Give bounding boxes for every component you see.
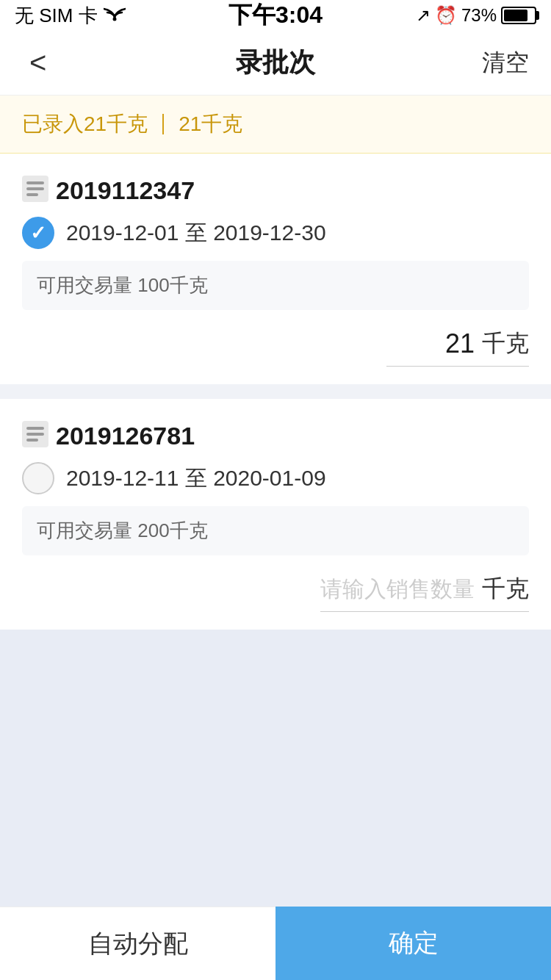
svg-rect-4 [26,193,38,196]
quantity-underline-1: 千克 [386,328,529,367]
quantity-row-2: 请输入销售数量 千克 [22,555,529,612]
status-left: 无 SIM 卡 [15,3,126,29]
batch-card-1: 2019112347 2019-12-01 至 2019-12-30 可用交易量… [0,154,551,384]
section-separator-1 [0,384,551,399]
date-row-1[interactable]: 2019-12-01 至 2019-12-30 [22,217,529,249]
auto-button[interactable]: 自动分配 [0,907,276,980]
qty-placeholder-2: 请输入销售数量 [320,574,475,605]
batch-id-1: 2019112347 [56,176,195,205]
radio-2[interactable] [22,462,54,494]
available-row-2: 可用交易量 200千克 [22,506,529,555]
batch-header-2: 2019126781 [22,421,529,450]
summary-divider [162,114,164,134]
quantity-row-1: 千克 [22,310,529,367]
svg-rect-8 [26,439,38,442]
batch-header-1: 2019112347 [22,176,529,205]
unit-2: 千克 [482,573,529,605]
total-label: 21千克 [179,110,242,138]
quantity-input-1[interactable] [386,328,475,359]
nav-bar: < 录批次 清空 [0,31,551,96]
batch-icon-1 [22,176,48,205]
status-right: ↗ ⏰ 73% [416,5,536,26]
quantity-underline-2: 请输入销售数量 千克 [320,573,529,612]
available-text-1: 可用交易量 100千克 [37,274,208,296]
svg-rect-7 [26,433,44,436]
back-button[interactable]: < [22,39,54,87]
available-text-2: 可用交易量 200千克 [37,519,208,541]
batch-icon-2 [22,421,48,450]
battery-text: 73% [461,5,497,26]
svg-rect-2 [26,181,44,184]
wifi-icon [104,4,126,27]
page: 无 SIM 卡 下午3:04 ↗ ⏰ 73% < 录批次 清空 [0,0,551,980]
bottom-bar: 自动分配 确定 [0,907,551,980]
card-bottom-space-2 [22,612,529,630]
alarm-icon: ⏰ [435,5,457,26]
location-icon: ↗ [416,5,431,26]
carrier-text: 无 SIM 卡 [15,3,98,29]
batch-id-2: 2019126781 [56,422,195,450]
battery-icon [501,7,536,24]
card-bottom-space-1 [22,367,529,384]
radio-1[interactable] [22,217,54,249]
status-bar: 无 SIM 卡 下午3:04 ↗ ⏰ 73% [0,0,551,31]
confirm-button[interactable]: 确定 [276,907,551,980]
svg-rect-6 [26,427,44,430]
status-time: 下午3:04 [228,0,323,32]
recorded-label: 已录入21千克 [22,110,148,138]
unit-1: 千克 [482,328,529,360]
clear-button[interactable]: 清空 [482,47,529,79]
date-range-1: 2019-12-01 至 2019-12-30 [66,218,326,248]
svg-rect-3 [26,187,44,190]
svg-point-0 [112,17,116,21]
summary-bar: 已录入21千克 21千克 [0,96,551,154]
available-row-1: 可用交易量 100千克 [22,261,529,310]
page-title: 录批次 [236,45,315,81]
date-range-2: 2019-12-11 至 2020-01-09 [66,464,326,494]
batch-card-2: 2019126781 2019-12-11 至 2020-01-09 可用交易量… [0,399,551,630]
date-row-2[interactable]: 2019-12-11 至 2020-01-09 [22,462,529,494]
